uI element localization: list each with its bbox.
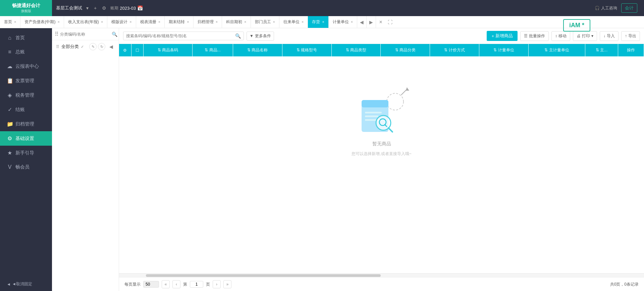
batch-icon: ☰ (524, 34, 528, 38)
tab-period-close-btn[interactable]: × (187, 20, 189, 24)
th-checkbox[interactable]: ☐ (131, 44, 143, 56)
import-label: 导入 (607, 33, 615, 39)
app-name: 畅捷通好会计 (12, 3, 40, 9)
svg-rect-6 (365, 115, 378, 117)
category-search-icon: 🔍 (112, 32, 117, 37)
tab-department[interactable]: 部门员工 × (251, 16, 279, 28)
sidebar-item-ledger[interactable]: ≡ 总账 (0, 45, 52, 59)
tab-income-close[interactable]: × (101, 20, 103, 24)
sidebar-item-invoice[interactable]: 📋 发票管理 (0, 74, 52, 88)
print-btn[interactable]: 🖨 打印 ▾ (573, 31, 597, 41)
batch-label: 批量操作 (529, 33, 545, 39)
tab-bar: 首页 × 资产负债表(中期) × 收入支出表(年报) × 模版设计 × 税表清册… (0, 16, 644, 28)
add-tab-btn[interactable]: + (93, 4, 98, 12)
settings-icon: ⚙ (7, 135, 13, 142)
tab-home[interactable]: 首页 × (0, 16, 20, 28)
th-type[interactable]: ⇅ 商品类型 (331, 44, 381, 56)
sidebar-item-archive[interactable]: 📁 归档管理 (0, 117, 52, 131)
tab-period-close[interactable]: 期末结转 × (165, 16, 193, 28)
tab-inventory-close[interactable]: × (322, 20, 324, 24)
filter-btn[interactable]: ▼ 更多条件 (247, 32, 274, 41)
tab-close-all-btn[interactable]: × (376, 16, 385, 28)
th-settings[interactable]: ⚙ (119, 44, 131, 56)
sidebar-item-home[interactable]: ⌂ 首页 (0, 31, 52, 45)
sidebar-item-settings[interactable]: ⚙ 基础设置 (0, 131, 52, 146)
tab-inventory[interactable]: 存货 × (308, 16, 328, 28)
page-label: 第 (183, 282, 187, 287)
batch-btn[interactable]: ☰ 批量操作 (520, 31, 549, 41)
tab-subject-init[interactable]: 科目期初 × (222, 16, 251, 28)
search-input[interactable] (126, 34, 234, 38)
scroll-thumb[interactable] (146, 274, 381, 277)
th-name[interactable]: ⇅ 商品名称 (233, 44, 282, 56)
category-search-input[interactable] (60, 32, 110, 37)
tab-income-statement[interactable]: 收入支出表(年报) × (64, 16, 107, 28)
tab-home-close[interactable]: × (14, 20, 16, 24)
th-barcode[interactable]: ⇅ 商品条码 (143, 44, 193, 56)
tab-balance-sheet[interactable]: 资产负债表(中期) × (20, 16, 64, 28)
sidebar-pin-btn[interactable]: ◄ ◄取消固定 (0, 277, 52, 291)
table-wrapper: ⚙ ☐ ⇅ 商品条码 ⇅ 商品... ⇅ 商品名称 (119, 44, 644, 273)
th-category[interactable]: ⇅ 商品分类 (381, 44, 430, 56)
tab-contacts[interactable]: 往来单位 × (279, 16, 308, 28)
category-edit-btn[interactable]: ✎ (89, 43, 97, 50)
page-number-input[interactable] (190, 281, 203, 288)
page-last-btn[interactable]: » (223, 280, 231, 288)
tab-template-close[interactable]: × (129, 20, 131, 24)
company-dropdown-btn[interactable]: ▾ (85, 4, 90, 12)
tab-contacts-close[interactable]: × (302, 20, 304, 24)
page-suffix: 页 (206, 282, 210, 287)
sidebar-item-reports-label: 云报表中心 (15, 63, 39, 69)
tab-balance-close[interactable]: × (57, 20, 59, 24)
tab-department-close[interactable]: × (273, 20, 275, 24)
sidebar-item-tax[interactable]: ◈ 税务管理 (0, 88, 52, 102)
page-size-select[interactable]: 50 10 20 100 (143, 281, 159, 288)
tab-expand-btn[interactable]: ⛶ (385, 16, 395, 28)
tab-next-btn[interactable]: ▶ (367, 16, 376, 28)
sidebar-item-settlement-label: 结账 (15, 107, 25, 113)
import-btn[interactable]: ↓ 导入 (600, 31, 619, 41)
sidebar-item-settlement[interactable]: ✓ 结账 (0, 102, 52, 117)
add-product-btn[interactable]: + 新增商品 (487, 31, 518, 41)
tab-archive-close[interactable]: × (216, 20, 218, 24)
empty-subtitle: 您可以选择新增,或者直接导入哦~ (352, 151, 411, 157)
horizontal-scrollbar[interactable] (119, 273, 644, 277)
tab-unit[interactable]: 计量单位 × (329, 16, 357, 28)
service-btn[interactable]: 🎧 人工咨询 (595, 5, 617, 11)
tab-prev-btn[interactable]: ◀ (357, 16, 367, 28)
th-spec[interactable]: ⇅ 规格型号 (282, 44, 331, 56)
th-col3[interactable]: ⇅ 主... (585, 44, 618, 56)
logo-area: 畅捷通好会计 旗舰版 (0, 0, 52, 16)
tab-unit-label: 计量单位 (333, 19, 349, 25)
th-unit[interactable]: ⇅ 计量单位 (479, 44, 528, 56)
move-btn[interactable]: ↕ 移动 (551, 31, 570, 41)
export-btn[interactable]: ↑ 导出 (621, 31, 640, 41)
tab-archive[interactable]: 归档管理 × (194, 16, 222, 28)
tab-unit-close[interactable]: × (351, 20, 353, 24)
sidebar-item-member[interactable]: V 畅会员 (0, 160, 52, 174)
empty-state: 暂无商品 您可以选择新增,或者直接导入哦~ (119, 56, 644, 184)
page-prev-btn[interactable]: ‹ (172, 280, 180, 288)
sidebar-item-reports[interactable]: ☁ 云报表中心 (0, 59, 52, 74)
tab-subject-close[interactable]: × (244, 20, 246, 24)
account-btn[interactable]: 会计 (621, 3, 637, 13)
th-price-method[interactable]: ⇅ 计价方式 (430, 44, 479, 56)
company-name[interactable]: 基层工会测试 (56, 5, 82, 11)
tab-archive-label: 归档管理 (198, 19, 214, 25)
sidebar-item-guide[interactable]: ★ 新手引导 (0, 146, 52, 160)
th-code[interactable]: ⇅ 商品... (193, 44, 233, 56)
th-main-unit[interactable]: ⇅ 主计量单位 (528, 44, 585, 56)
tab-tax[interactable]: 税表清册 × (136, 16, 165, 28)
tab-tax-close[interactable]: × (158, 20, 160, 24)
print-icon: 🖨 (577, 34, 581, 38)
page-next-btn[interactable]: › (213, 280, 221, 288)
category-collapse-btn[interactable]: ◀ (107, 43, 115, 50)
category-refresh-btn[interactable]: ↻ (98, 43, 105, 50)
sidebar-item-member-label: 畅会员 (15, 164, 30, 170)
settings-btn[interactable]: ⚙ (101, 4, 108, 12)
sidebar-item-settings-label: 基础设置 (15, 136, 34, 142)
page-size-label: 每页显示 (124, 282, 141, 287)
page-first-btn[interactable]: « (162, 280, 170, 288)
tab-template[interactable]: 模版设计 × (107, 16, 136, 28)
category-edit-icons: ✎ ↻ (89, 43, 105, 50)
